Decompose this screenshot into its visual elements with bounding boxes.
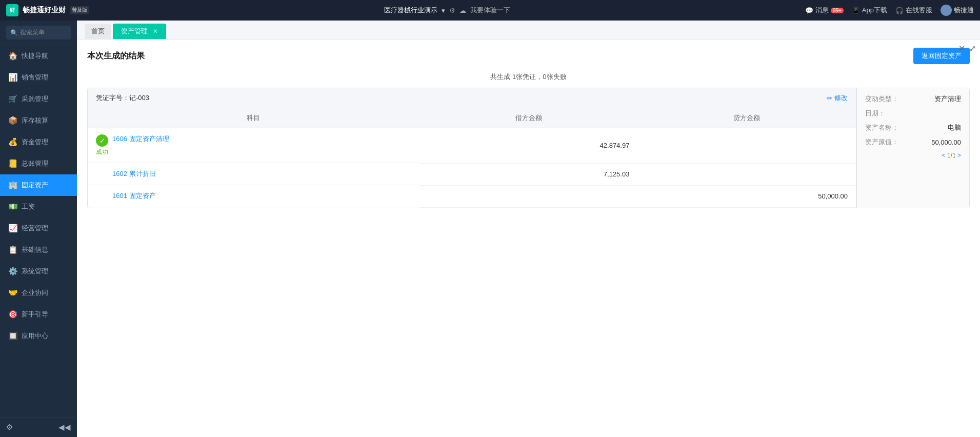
change-type-value: 资产清理 [934, 94, 961, 104]
row1-subject-cell: ✓ 成功 1606 固定资产清理 [88, 128, 419, 163]
sidebar-item-label: 固定资产 [22, 181, 48, 190]
sidebar-item-quick-nav[interactable]: 🏠 快捷导航 [0, 45, 77, 67]
voucher-header-bar: 凭证字号：记-003 ✏ 修改 [88, 88, 856, 108]
sidebar-item-inventory[interactable]: 📦 库存核算 [0, 110, 77, 131]
sales-icon: 📊 [8, 73, 17, 82]
system-icon: ⚙️ [8, 267, 17, 276]
purchase-icon: 🛒 [8, 94, 17, 104]
close-btn[interactable]: ✕ [958, 44, 965, 53]
sidebar-item-fixed-assets[interactable]: 🏢 固定资产 [0, 174, 77, 196]
sidebar-item-operation[interactable]: 📈 经营管理 [0, 217, 77, 239]
message-action[interactable]: 💬 消息 99+ [805, 6, 844, 15]
user-avatar [941, 5, 952, 16]
sidebar-item-company-collab[interactable]: 🤝 企业协同 [0, 282, 77, 304]
dialog-controls: ✕ ⤢ [958, 44, 976, 53]
company-name: 医疗器械行业演示 [384, 6, 437, 15]
col-subject-header: 科目 [88, 108, 419, 128]
sidebar-item-label: 采购管理 [22, 94, 48, 104]
search-icon: 🔍 [10, 29, 18, 36]
page-info: 1/1 [947, 152, 957, 159]
collab-icon: 🤝 [8, 288, 17, 297]
sidebar-item-sales[interactable]: 📊 销售管理 [0, 67, 77, 88]
collapse-icon[interactable]: ◀◀ [58, 423, 71, 432]
sidebar-item-beginner[interactable]: 🎯 新手引导 [0, 304, 77, 325]
company-selector[interactable]: 医疗器械行业演示 ▾ ⚙ ☁ 我要体验一下 [384, 6, 510, 15]
settings-icon[interactable]: ⚙ [449, 7, 455, 14]
search-input[interactable]: 🔍 搜索菜单 [6, 26, 71, 39]
sidebar-item-label: 新手引导 [22, 310, 48, 319]
row2-debit: 7,125.03 [419, 163, 638, 185]
subject-link-1602[interactable]: 1602 累计折旧 [112, 169, 156, 178]
home-icon: 🏠 [8, 51, 17, 61]
sidebar-item-label: 销售管理 [22, 73, 48, 82]
sidebar-item-label: 系统管理 [22, 267, 48, 276]
sidebar-item-system[interactable]: ⚙️ 系统管理 [0, 261, 77, 282]
sidebar-item-label: 资金管理 [22, 137, 48, 147]
tab-bar: 首页 资产管理 ✕ [77, 21, 980, 39]
col-debit-header: 借方金额 [419, 108, 638, 128]
sidebar-search-area: 🔍 搜索菜单 [0, 21, 77, 45]
voucher-table: 科目 借方金额 贷方金额 ✓ 成功 [88, 108, 856, 208]
experience-btn[interactable]: 我要体验一下 [470, 6, 510, 15]
app-download-label: App下载 [862, 6, 887, 15]
sidebar-item-payroll[interactable]: 💵 工资 [0, 196, 77, 217]
change-type-label: 变动类型： [865, 94, 898, 104]
message-icon: 💬 [805, 7, 813, 14]
subject-link-1606[interactable]: 1606 固定资产清理 [112, 134, 169, 144]
inventory-icon: 📦 [8, 116, 17, 125]
tab-close-icon[interactable]: ✕ [153, 28, 158, 35]
asset-value-value: 50,000.00 [931, 138, 961, 146]
table-row: 1601 固定资产 50,000.00 [88, 185, 856, 207]
sidebar-item-label: 经营管理 [22, 224, 48, 233]
search-placeholder: 搜索菜单 [20, 28, 45, 37]
service-icon: 🎧 [895, 7, 904, 14]
date-label: 日期： [865, 109, 885, 118]
asset-value-label: 资产原值： [865, 137, 898, 147]
sidebar-item-label: 总账管理 [22, 159, 48, 168]
tab-home[interactable]: 首页 [85, 24, 111, 39]
content-area: 首页 资产管理 ✕ ✕ ⤢ 本次生成的结果 返回固定资产 共生成 1张凭证，0张… [77, 21, 980, 437]
asset-name-label: 资产名称： [865, 123, 898, 132]
page-prev[interactable]: < [942, 152, 946, 159]
table-row: 1602 累计折旧 7,125.03 [88, 163, 856, 185]
success-label: 成功 [96, 148, 108, 156]
success-icon: ✓ [96, 134, 108, 147]
basic-info-icon: 📋 [8, 245, 17, 254]
expand-btn[interactable]: ⤢ [969, 44, 976, 53]
user-action[interactable]: 畅捷通 [941, 5, 974, 16]
sidebar-item-label: 应用中心 [22, 331, 48, 341]
header-actions: 💬 消息 99+ 📱 App下载 🎧 在线客服 畅捷通 [805, 5, 974, 16]
page-content: ✕ ⤢ 本次生成的结果 返回固定资产 共生成 1张凭证，0张失败 凭证字号：记-… [77, 39, 980, 437]
row3-subject-cell: 1601 固定资产 [88, 185, 419, 207]
sidebar-item-label: 企业协同 [22, 288, 48, 297]
page-next[interactable]: > [957, 152, 961, 159]
table-row: ✓ 成功 1606 固定资产清理 42,874.97 [88, 128, 856, 164]
settings-footer-icon[interactable]: ⚙ [6, 423, 13, 432]
sidebar-item-label: 快捷导航 [22, 51, 48, 61]
sidebar-item-ledger[interactable]: 📒 总账管理 [0, 153, 77, 174]
asset-name-row: 资产名称： 电脑 [865, 123, 961, 132]
fixed-assets-icon: 🏢 [8, 181, 17, 190]
status-cell: ✓ 成功 [96, 134, 108, 156]
sidebar-item-basic-info[interactable]: 📋 基础信息 [0, 239, 77, 261]
sidebar-item-purchase[interactable]: 🛒 采购管理 [0, 88, 77, 110]
subject-link-1601[interactable]: 1601 固定资产 [112, 191, 156, 201]
change-type-row: 变动类型： 资产清理 [865, 94, 961, 104]
edit-label: 修改 [834, 93, 848, 103]
edit-btn[interactable]: ✏ 修改 [827, 93, 848, 103]
download-icon: 📱 [852, 7, 860, 14]
col-credit-header: 贷方金额 [637, 108, 856, 128]
row1-credit [637, 128, 856, 164]
app-name: 畅捷通好业财 [23, 6, 66, 15]
row3-credit: 50,000.00 [637, 185, 856, 207]
app-download-action[interactable]: 📱 App下载 [852, 6, 887, 15]
logo-area: 财 畅捷通好业财 普及版 [6, 4, 89, 16]
tab-asset-management[interactable]: 资产管理 ✕ [113, 24, 166, 39]
online-service-action[interactable]: 🎧 在线客服 [895, 6, 932, 15]
pagination: < 1/1 > [865, 152, 961, 159]
voucher-no: 凭证字号：记-003 [96, 93, 149, 103]
fund-icon: 💰 [8, 137, 17, 147]
sidebar-item-fund[interactable]: 💰 资金管理 [0, 131, 77, 153]
asset-name-value: 电脑 [948, 123, 961, 132]
sidebar-item-app-center[interactable]: 🔲 应用中心 [0, 325, 77, 347]
